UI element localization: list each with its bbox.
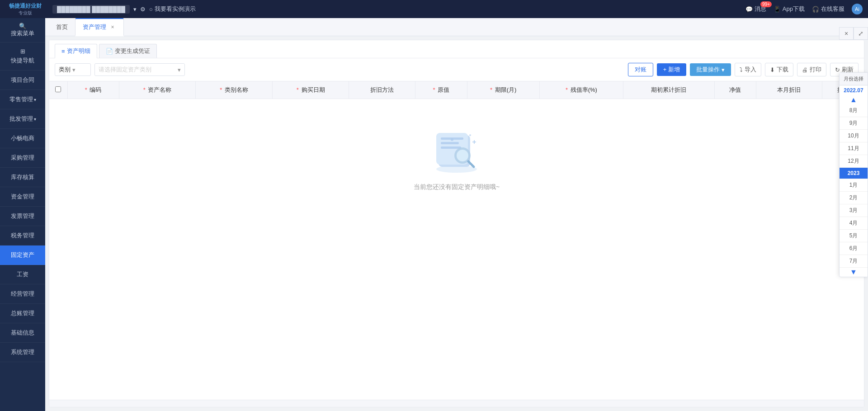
sidebar-item-inventory[interactable]: 库存核算: [0, 168, 45, 187]
reconcile-button[interactable]: 对账: [628, 63, 653, 76]
app-download-button[interactable]: 📱 App下载: [774, 5, 805, 13]
th-code: * 编码: [67, 81, 119, 99]
tab-asset-label: 资产管理: [83, 23, 106, 31]
month-5[interactable]: 5月: [840, 230, 868, 242]
message-button[interactable]: 💬 消息 99+: [745, 5, 766, 13]
th-purchase-date: * 购买日期: [272, 81, 349, 99]
tab-asset-mgmt[interactable]: 资产管理 ×: [75, 18, 124, 36]
toolbar-right: 对账 + 新增 批量操作 ▾ ⤵ 导入 ⬇ 下载 🖨: [628, 63, 859, 76]
search-icon: 🔍: [19, 23, 26, 29]
add-button[interactable]: + 新增: [657, 63, 686, 76]
month-1[interactable]: 1月: [840, 179, 868, 192]
sidebar-item-ecommerce[interactable]: 小畅电商: [0, 129, 45, 148]
svg-point-9: [451, 138, 453, 141]
sidebar-item-operations[interactable]: 经营管理: [0, 284, 45, 304]
svg-point-10: [469, 134, 471, 136]
th-period-months: * 期限(月): [467, 81, 539, 99]
sidebar-item-tax[interactable]: 税务管理: [0, 226, 45, 246]
th-category-name: * 类别名称: [196, 81, 273, 99]
sidebar-item-basic-info[interactable]: 基础信息: [0, 323, 45, 343]
company-dropdown-arrow[interactable]: ▾: [133, 6, 137, 13]
sidebar-item-payroll[interactable]: 工资: [0, 265, 45, 284]
doc-icon: 📄: [106, 48, 113, 55]
month-11[interactable]: 11月: [840, 142, 868, 155]
top-header: 畅捷通好业财 专业版 ████████ ████████ ▾ ⚙ ○ 我要看实例…: [0, 0, 868, 18]
sidebar-item-system[interactable]: 系统管理: [0, 343, 45, 362]
batch-arrow-icon: ▾: [722, 66, 725, 73]
company-selector[interactable]: ████████ ████████: [52, 5, 130, 14]
list-icon: ≡: [61, 48, 65, 55]
month-7[interactable]: 7月: [840, 255, 868, 268]
month-9[interactable]: 9月: [840, 117, 868, 130]
tab-bar: 首页 资产管理 ×: [45, 18, 868, 36]
demo-link[interactable]: ○ 我要看实例演示: [149, 5, 196, 13]
code-required-star: *: [85, 86, 87, 93]
purchase-date-required-star: *: [297, 86, 299, 93]
batch-ops-button[interactable]: 批量操作 ▾: [690, 63, 731, 76]
content-area: 首页 资产管理 × × ⤢ ≡ 资产明细 📄 变更生成凭证: [45, 18, 868, 411]
month-3[interactable]: 3月: [840, 204, 868, 217]
user-avatar[interactable]: Ai: [852, 4, 863, 14]
tab-close-button[interactable]: ×: [109, 24, 116, 31]
asset-table: * 编码 * 资产名称 * 类别名称: [49, 81, 864, 99]
category-placeholder: 请选择固定资产类别: [99, 66, 176, 74]
table-header-row: * 编码 * 资产名称 * 类别名称: [49, 81, 864, 99]
retail-arrow-icon: ▾: [34, 97, 36, 102]
sidebar-search[interactable]: 🔍 搜索菜单: [0, 18, 45, 43]
original-value-required-star: *: [433, 86, 435, 93]
month-6[interactable]: 6月: [840, 242, 868, 255]
month-panel-title: 月份选择: [841, 76, 866, 82]
search-label: 搜索菜单: [4, 29, 42, 38]
month-12[interactable]: 12月: [840, 155, 868, 168]
sidebar-item-retail[interactable]: 零售管理 ▾: [0, 90, 45, 109]
message-icon: 💬: [745, 6, 753, 13]
month-4[interactable]: 4月: [840, 217, 868, 230]
category-input[interactable]: 请选择固定资产类别 ▾: [94, 63, 185, 76]
sidebar-item-wholesale[interactable]: 批发管理 ▾: [0, 109, 45, 129]
close-panel-button[interactable]: ×: [839, 27, 854, 40]
bottom-scrollbar[interactable]: [49, 400, 864, 407]
sidebar-item-purchase[interactable]: 采购管理: [0, 148, 45, 168]
select-all-checkbox[interactable]: [55, 86, 61, 92]
th-checkbox: [49, 81, 67, 99]
import-icon: ⤵: [740, 66, 743, 73]
app-title: 畅捷通好业财: [9, 2, 42, 10]
month-nav-down-button[interactable]: ▼: [850, 268, 857, 277]
wholesale-arrow-icon: ▾: [34, 117, 36, 122]
month-2[interactable]: 2月: [840, 192, 868, 204]
sub-tab-asset-detail[interactable]: ≡ 资产明细: [55, 44, 97, 58]
download-icon: ⬇: [770, 66, 775, 73]
inner-content: ≡ 资产明细 📄 变更生成凭证 类别 ▾ 请选择固定资产类别 ▾: [49, 40, 864, 407]
svg-rect-4: [441, 142, 459, 144]
svg-rect-5: [441, 146, 461, 149]
month-8[interactable]: 8月: [840, 104, 868, 117]
maximize-panel-button[interactable]: ⤢: [854, 27, 868, 40]
month-panel-header: 月份选择: [840, 73, 868, 85]
main-layout: 🔍 搜索菜单 ⊞ 快捷导航 项目合同 零售管理 ▾ 批发管理 ▾ 小畅电商 采购…: [0, 18, 868, 411]
asset-name-required-star: *: [143, 86, 146, 93]
category-filter-select[interactable]: 类别 ▾: [55, 63, 91, 76]
sub-tab-change-voucher[interactable]: 📄 变更生成凭证: [99, 44, 157, 58]
table-area: * 编码 * 资产名称 * 类别名称: [49, 81, 864, 400]
online-service-button[interactable]: 🎧 在线客服: [812, 5, 844, 13]
print-icon: 🖨: [802, 66, 808, 73]
th-depreciation-method: 折旧方法: [349, 81, 415, 99]
import-button[interactable]: ⤵ 导入: [735, 63, 761, 76]
year-2023-badge[interactable]: 2023: [840, 168, 868, 179]
settings-icon[interactable]: ⚙: [140, 6, 146, 13]
month-10[interactable]: 10月: [840, 130, 868, 142]
sidebar-item-finance[interactable]: 资金管理: [0, 187, 45, 207]
sidebar-item-fixed-assets[interactable]: 固定资产: [0, 246, 45, 265]
month-nav-up-button[interactable]: ▲: [850, 95, 857, 104]
sidebar-item-invoice[interactable]: 发票管理: [0, 207, 45, 226]
app-subtitle: 专业版: [9, 10, 42, 16]
demo-icon: ○: [149, 6, 153, 13]
sidebar-item-ledger[interactable]: 总账管理: [0, 304, 45, 323]
sidebar: 🔍 搜索菜单 ⊞ 快捷导航 项目合同 零售管理 ▾ 批发管理 ▾ 小畅电商 采购…: [0, 18, 45, 411]
download-button[interactable]: ⬇ 下载: [765, 63, 793, 76]
tab-home[interactable]: 首页: [49, 18, 75, 36]
input-dropdown-arrow: ▾: [178, 66, 181, 73]
sidebar-item-quick-nav[interactable]: ⊞ 快捷导航: [0, 43, 45, 71]
print-button[interactable]: 🖨 打印: [797, 63, 826, 76]
sidebar-item-project[interactable]: 项目合同: [0, 71, 45, 90]
